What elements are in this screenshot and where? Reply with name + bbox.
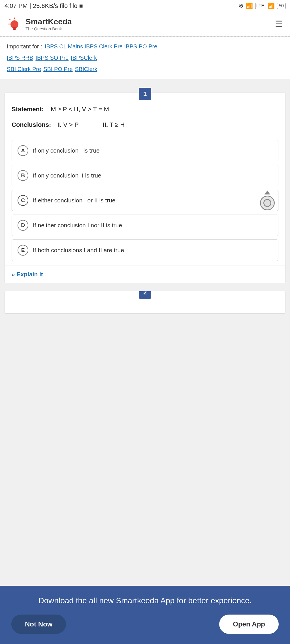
svg-point-3 — [10, 20, 18, 28]
option-d-text: If neither conclusion I nor II is true — [33, 222, 122, 229]
battery-icon: 50 — [277, 3, 285, 9]
question-2-card: 2 — [5, 291, 285, 314]
option-c-letter: C — [18, 195, 28, 206]
status-network: | — [29, 2, 31, 10]
option-a-text: If only conclusion I is true — [33, 147, 100, 154]
important-for-section: Important for : IBPS CL Mains IBPS Clerk… — [0, 37, 290, 79]
tag-ibps-cl-mains[interactable]: IBPS CL Mains — [45, 43, 83, 50]
scroll-indicator — [260, 191, 275, 210]
app-banner-text: Download the all new Smartkeeda App for … — [11, 595, 279, 607]
question-statement: Statement: M ≥ P < H, V > T = M — [12, 104, 278, 114]
tag-sbi-po-pre[interactable]: SBI PO Pre — [43, 64, 72, 74]
tag-ibps-rrb[interactable]: IBPS RRB — [7, 53, 33, 63]
tag-sbiclerk[interactable]: SBIClerk — [75, 64, 97, 74]
question-2-number: 2 — [139, 291, 151, 299]
option-b-text: If only conclusion II is true — [33, 172, 101, 179]
option-a[interactable]: A If only conclusion I is true — [12, 140, 278, 161]
main-content: 1 Statement: M ≥ P < H, V > T = M Conclu… — [0, 79, 290, 319]
scroll-circle-outer — [260, 196, 275, 210]
statement-label: Statement: — [12, 106, 44, 113]
tag-ibps-clerk-pre[interactable]: IBPS Clerk Pre — [85, 43, 123, 50]
option-c-text: If either conclusion I or II is true — [33, 197, 116, 204]
option-b[interactable]: B If only conclusion II is true — [12, 165, 278, 186]
lte-icon: LTE — [255, 3, 265, 9]
option-d[interactable]: D If neither conclusion I nor II is true — [12, 215, 278, 236]
tag-ibps-po-pre[interactable]: IBPS PO Pre — [124, 43, 157, 50]
svg-line-1 — [9, 19, 10, 20]
conclusion-ii-label: II. — [103, 121, 108, 128]
question-1-number: 1 — [139, 88, 151, 100]
conclusion-i-text: V > P — [63, 121, 78, 128]
statement-text: M ≥ P < H, V > T = M — [51, 106, 109, 113]
svg-rect-4 — [13, 27, 16, 29]
options-list: A If only conclusion I is true B If only… — [5, 140, 285, 266]
option-b-letter: B — [18, 170, 28, 181]
logo-icon — [7, 16, 22, 32]
navbar: SmartKeeda The Question Bank ☰ — [0, 12, 290, 37]
hamburger-menu[interactable]: ☰ — [275, 20, 283, 29]
option-c[interactable]: C If either conclusion I or II is true — [12, 190, 278, 211]
open-app-button[interactable]: Open App — [219, 615, 279, 634]
brand-name: SmartKeeda — [25, 17, 72, 26]
svg-rect-5 — [13, 29, 16, 30]
conclusion-i-label: I. — [58, 121, 61, 128]
conclusions-label: Conclusions: — [12, 121, 51, 128]
logo-area: SmartKeeda The Question Bank — [7, 16, 72, 32]
status-square: ■ — [79, 2, 83, 10]
option-e[interactable]: E If both conclusions I and II are true — [12, 239, 278, 261]
status-left: 4:07 PM | 25.6KB/s filo filo ■ — [5, 2, 83, 10]
question-1-card: 1 Statement: M ≥ P < H, V > T = M Conclu… — [5, 93, 285, 283]
tag-sbi-clerk-pre[interactable]: SBI Clerk Pre — [7, 64, 41, 74]
explain-it-section[interactable]: » Explain it — [5, 266, 285, 283]
logo-text: SmartKeeda The Question Bank — [25, 17, 72, 31]
app-banner-buttons: Not Now Open App — [11, 615, 279, 634]
app-download-banner: Download the all new Smartkeeda App for … — [0, 586, 290, 644]
option-d-letter: D — [18, 220, 28, 231]
signal-icon-2: 📶 — [268, 3, 275, 9]
status-bar: 4:07 PM | 25.6KB/s filo filo ■ ✻ 📶 LTE 📶… — [0, 0, 290, 12]
option-e-text: If both conclusions I and II are true — [33, 247, 124, 254]
tag-ibpsclerk[interactable]: IBPSClerk — [71, 53, 97, 63]
scroll-circle-inner — [263, 199, 271, 207]
important-for-label: Important for : — [7, 43, 42, 50]
brand-tagline: The Question Bank — [25, 26, 72, 31]
tag-ibps-so-pre[interactable]: IBPS SO Pre — [35, 53, 69, 63]
option-e-letter: E — [18, 245, 28, 256]
status-network-speed: 25.6KB/s filo filo — [33, 2, 78, 10]
option-a-letter: A — [18, 145, 28, 156]
status-right: ✻ 📶 LTE 📶 50 — [239, 3, 285, 9]
conclusion-ii-text: T ≥ H — [110, 121, 125, 128]
question-conclusions: Conclusions: I. V > P II. T ≥ H — [12, 120, 278, 130]
explain-it-text: » Explain it — [12, 271, 43, 277]
signal-icon: 📶 — [246, 3, 253, 9]
bluetooth-icon: ✻ — [239, 3, 244, 9]
status-time: 4:07 PM — [5, 2, 28, 10]
not-now-button[interactable]: Not Now — [11, 615, 66, 634]
scroll-arrow-up-icon — [265, 191, 270, 194]
